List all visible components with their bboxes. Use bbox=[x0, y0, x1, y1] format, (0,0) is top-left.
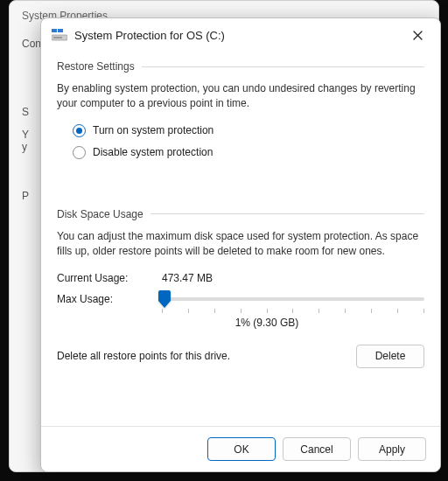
parent-tab-fragment: Con bbox=[22, 38, 41, 50]
max-usage-label: Max Usage: bbox=[57, 293, 162, 305]
radio-turn-on[interactable]: Turn on system protection bbox=[73, 124, 424, 137]
cancel-button[interactable]: Cancel bbox=[283, 437, 351, 461]
max-usage-slider[interactable]: Max Usage: bbox=[57, 293, 424, 305]
drive-icon bbox=[52, 29, 67, 41]
button-label: Apply bbox=[379, 443, 405, 456]
restore-description: By enabling system protection, you can u… bbox=[57, 81, 424, 112]
current-usage-row: Current Usage: 473.47 MB bbox=[57, 272, 424, 284]
close-icon bbox=[413, 31, 423, 40]
group-label: Restore Settings bbox=[57, 60, 135, 73]
slider-thumb[interactable] bbox=[158, 290, 171, 308]
apply-button[interactable]: Apply bbox=[358, 437, 426, 461]
svg-rect-0 bbox=[52, 29, 57, 32]
disk-description: You can adjust the maximum disk space us… bbox=[57, 229, 424, 260]
slider-readout: 1% (9.30 GB) bbox=[109, 317, 424, 329]
slider-track[interactable] bbox=[162, 297, 424, 301]
delete-description: Delete all restore points for this drive… bbox=[57, 350, 356, 362]
dialog-title: System Protection for OS (C:) bbox=[74, 29, 398, 42]
button-label: Cancel bbox=[300, 443, 332, 456]
button-label: OK bbox=[234, 443, 248, 456]
titlebar: System Protection for OS (C:) bbox=[41, 18, 440, 50]
radio-label: Turn on system protection bbox=[93, 124, 214, 136]
button-label: Delete bbox=[375, 350, 406, 362]
restore-settings-group: Restore Settings bbox=[57, 60, 424, 73]
close-button[interactable] bbox=[405, 25, 430, 45]
disk-space-group: Disk Space Usage bbox=[57, 208, 424, 220]
system-protection-dialog: System Protection for OS (C:) Restore Se… bbox=[40, 17, 441, 472]
radio-label: Disable system protection bbox=[93, 146, 213, 158]
current-usage-value: 473.47 MB bbox=[162, 272, 213, 284]
dialog-footer: OK Cancel Apply bbox=[41, 426, 440, 471]
radio-disable[interactable]: Disable system protection bbox=[73, 146, 424, 159]
svg-rect-3 bbox=[53, 37, 62, 38]
group-label: Disk Space Usage bbox=[57, 208, 144, 220]
radio-icon bbox=[73, 124, 86, 137]
delete-row: Delete all restore points for this drive… bbox=[57, 345, 424, 368]
delete-button[interactable]: Delete bbox=[356, 345, 424, 368]
ok-button[interactable]: OK bbox=[207, 437, 276, 461]
current-usage-label: Current Usage: bbox=[57, 272, 162, 284]
dialog-content: Restore Settings By enabling system prot… bbox=[41, 50, 440, 426]
slider-ticks bbox=[162, 309, 424, 313]
svg-rect-1 bbox=[58, 29, 63, 32]
radio-icon bbox=[73, 146, 86, 159]
